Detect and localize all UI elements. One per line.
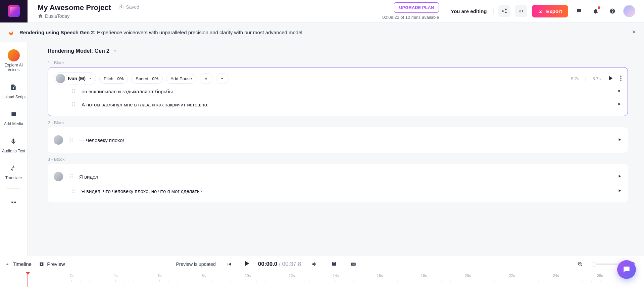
grid-icon bbox=[10, 199, 17, 206]
brand-name[interactable]: DusiaToday bbox=[45, 13, 69, 19]
ruler-tick: 26s bbox=[597, 274, 603, 278]
preview-toggle[interactable]: Preview bbox=[39, 261, 65, 267]
video-settings-button[interactable] bbox=[328, 258, 340, 270]
help-button[interactable] bbox=[606, 5, 618, 17]
chat-icon bbox=[576, 8, 582, 14]
line-play-button[interactable] bbox=[617, 89, 622, 94]
speed-control[interactable]: Speed 0% bbox=[131, 74, 163, 84]
svg-point-25 bbox=[70, 176, 71, 177]
zoom-slider[interactable] bbox=[592, 264, 622, 265]
chevron-down-icon bbox=[219, 76, 225, 81]
cc-icon: CC bbox=[350, 261, 356, 267]
sidebar-item-voices[interactable]: Explore AI Voices bbox=[0, 47, 27, 75]
emphasis-button[interactable] bbox=[200, 73, 212, 84]
svg-point-13 bbox=[72, 104, 73, 105]
block-menu-button[interactable] bbox=[620, 76, 622, 82]
pitch-control[interactable]: Pitch 0% bbox=[99, 74, 128, 84]
ruler-tick: 2s bbox=[69, 274, 73, 278]
upload-script-icon bbox=[10, 84, 17, 91]
banner-close-button[interactable] bbox=[631, 29, 637, 36]
banner-text: Experience voiceovers with unparalleled … bbox=[96, 30, 304, 35]
drag-handle[interactable] bbox=[71, 188, 75, 194]
chat-support-button[interactable] bbox=[617, 260, 636, 279]
time-available: 00:09:22 of 10 mins available bbox=[382, 15, 439, 20]
block-2[interactable]: — Человеку плохо! bbox=[48, 127, 628, 153]
project-title[interactable]: My Awesome Project bbox=[38, 3, 111, 12]
sidebar-item-audio-to-text[interactable]: Audio to Text bbox=[1, 133, 27, 156]
sidebar-item-translate[interactable]: Translate bbox=[4, 159, 23, 183]
drag-handle[interactable] bbox=[69, 137, 73, 143]
svg-point-16 bbox=[74, 105, 75, 106]
drag-handle[interactable] bbox=[69, 174, 73, 180]
script-line[interactable]: Я видел. bbox=[54, 169, 622, 185]
block-3[interactable]: Я видел. Я видел, что человеку плохо, но… bbox=[48, 164, 628, 202]
export-button[interactable]: Export bbox=[532, 5, 568, 17]
user-avatar[interactable] bbox=[623, 5, 635, 17]
zoom-out-icon bbox=[577, 261, 583, 267]
timeline-toggle[interactable]: Timeline bbox=[5, 261, 32, 267]
script-line[interactable]: он всхлипывал и задыхался от борьбы. bbox=[54, 85, 622, 98]
chevron-up-icon bbox=[5, 261, 10, 267]
svg-point-5 bbox=[72, 89, 73, 90]
svg-point-29 bbox=[72, 189, 73, 190]
home-icon bbox=[38, 13, 43, 19]
add-pause-button[interactable]: Add Pause bbox=[166, 74, 196, 84]
sidebar-item-upload-script[interactable]: Upload Script bbox=[0, 79, 27, 102]
more-options-button[interactable] bbox=[216, 73, 229, 84]
svg-point-15 bbox=[72, 105, 73, 106]
skip-previous-icon bbox=[226, 261, 232, 267]
line-play-button[interactable] bbox=[617, 188, 622, 194]
notifications-button[interactable] bbox=[590, 5, 602, 17]
editing-label: You are editing bbox=[451, 8, 494, 14]
timeline-ruler[interactable]: 2s4s6s8s10s12s14s16s18s20s22s24s26s bbox=[0, 272, 644, 287]
svg-text:CC: CC bbox=[352, 263, 355, 265]
zoom-out-button[interactable] bbox=[574, 258, 586, 270]
drag-handle[interactable] bbox=[71, 101, 76, 108]
ruler-tick: 6s bbox=[158, 274, 162, 278]
svg-point-12 bbox=[74, 102, 75, 103]
embed-button[interactable] bbox=[515, 5, 527, 17]
ruler-tick: 16s bbox=[377, 274, 383, 278]
block-play-button[interactable] bbox=[607, 75, 614, 83]
chevron-down-icon bbox=[88, 77, 92, 81]
preview-status: Preview is updated bbox=[176, 261, 215, 267]
svg-point-2 bbox=[620, 76, 622, 77]
script-line[interactable]: Я видел, что человеку плохо, но что я мо… bbox=[54, 185, 622, 198]
upgrade-plan-button[interactable]: UPGRADE PLAN bbox=[394, 2, 439, 13]
sidebar-item-add-media[interactable]: Add Media bbox=[3, 105, 24, 129]
rendering-model-selector[interactable]: Rendering Model: Gen 2 bbox=[48, 48, 628, 54]
share-button[interactable] bbox=[498, 5, 510, 17]
captions-button[interactable]: CC bbox=[347, 258, 359, 270]
svg-point-33 bbox=[72, 192, 73, 193]
svg-point-32 bbox=[74, 190, 75, 191]
svg-point-24 bbox=[72, 174, 73, 175]
line-play-button[interactable] bbox=[617, 102, 622, 107]
more-vertical-icon bbox=[620, 76, 622, 81]
voice-selector[interactable]: Ivan (M) bbox=[54, 72, 96, 85]
sidebar-item-more[interactable] bbox=[6, 194, 21, 211]
messages-button[interactable] bbox=[573, 5, 585, 17]
line-play-button[interactable] bbox=[617, 174, 622, 180]
svg-point-19 bbox=[70, 139, 71, 140]
app-logo[interactable] bbox=[0, 0, 28, 22]
svg-point-8 bbox=[74, 91, 75, 92]
svg-point-6 bbox=[74, 89, 75, 90]
play-icon bbox=[617, 174, 622, 179]
play-icon bbox=[607, 75, 614, 82]
svg-point-27 bbox=[70, 177, 71, 178]
skip-start-button[interactable] bbox=[223, 258, 235, 270]
svg-point-21 bbox=[70, 141, 71, 142]
script-line[interactable]: — Человеку плохо! bbox=[54, 132, 622, 148]
duration-b: 5.7s bbox=[592, 76, 601, 81]
svg-rect-1 bbox=[14, 202, 16, 203]
help-icon bbox=[609, 8, 615, 14]
block-1[interactable]: Ivan (M) Pitch 0% Speed 0% Add Pause 5.7… bbox=[48, 67, 628, 116]
script-line[interactable]: А потом заглянул мне в глаза и как закри… bbox=[54, 98, 622, 111]
play-icon bbox=[243, 259, 251, 268]
media-icon bbox=[10, 111, 17, 117]
drag-handle[interactable] bbox=[71, 88, 76, 95]
voice-avatar-icon bbox=[8, 49, 20, 61]
line-play-button[interactable] bbox=[617, 137, 622, 143]
volume-button[interactable] bbox=[308, 258, 320, 270]
play-button[interactable] bbox=[243, 259, 251, 269]
